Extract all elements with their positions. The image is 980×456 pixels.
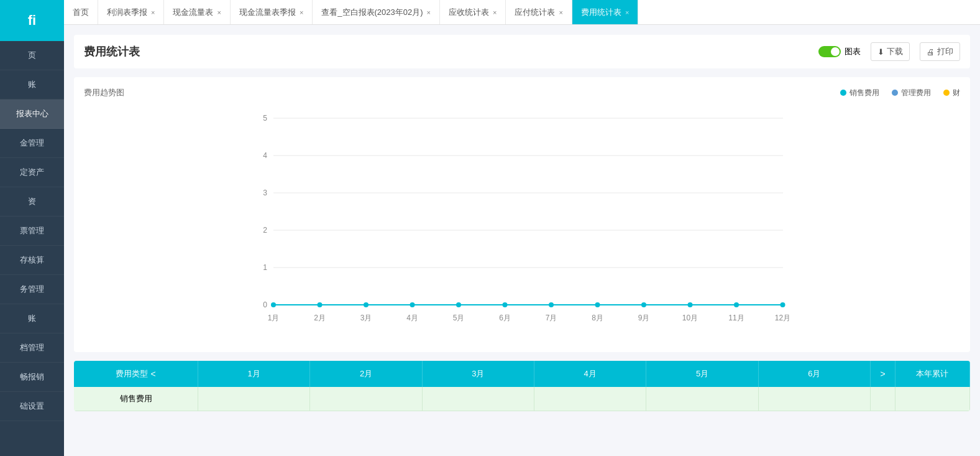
table-row: 销售费用: [74, 387, 970, 411]
tab-blank-report[interactable]: 查看_空白报表(2023年02月) ×: [313, 0, 440, 25]
sidebar-item-report-center[interactable]: 报表中心: [0, 100, 64, 129]
svg-text:1月: 1月: [268, 314, 280, 322]
col-header-m1: 1月: [198, 361, 310, 387]
sidebar-item-fixed-asset[interactable]: 定资产: [0, 158, 64, 187]
chart-card: 费用趋势图 销售费用 管理费用 财: [74, 77, 970, 352]
sidebar-item-account[interactable]: 账: [0, 70, 64, 100]
col-header-m3: 3月: [423, 361, 534, 387]
svg-text:12月: 12月: [775, 314, 790, 322]
tab-cash-flow-quarter[interactable]: 现金流量表季报 ×: [231, 0, 313, 25]
svg-point-28: [456, 302, 461, 307]
sidebar-item-expense[interactable]: 畅报销: [0, 363, 64, 392]
tab-home[interactable]: 首页: [64, 0, 98, 25]
col-header-m2: 2月: [310, 361, 422, 387]
svg-point-34: [734, 302, 739, 307]
toggle-label: 图表: [845, 46, 861, 57]
chart-svg-container: 5 4 3 2 1 0 1月 2月 3月 4月 5月 6月 7月 8月 9: [84, 106, 960, 342]
sidebar: fi 页 账 报表中心 金管理 定资产 资 票管理 存核算 务管理 账 档管理 …: [0, 0, 64, 456]
tab-close-cash-flow-quarter[interactable]: ×: [300, 9, 303, 16]
svg-text:7月: 7月: [546, 314, 557, 322]
col-header-type: 费用类型 <: [74, 361, 198, 387]
svg-point-26: [364, 302, 369, 307]
tab-bar: 首页 利润表季报 × 现金流量表 × 现金流量表季报 × 查看_空白报表(202…: [64, 0, 980, 25]
toggle-track[interactable]: [818, 46, 841, 57]
tab-cash-flow[interactable]: 现金流量表 ×: [164, 0, 230, 25]
svg-point-25: [318, 302, 323, 307]
svg-text:4: 4: [263, 151, 267, 160]
svg-point-32: [641, 302, 646, 307]
svg-text:6月: 6月: [499, 314, 511, 322]
page-header: 费用统计表 图表 ⬇ 下载 🖨 打印: [74, 35, 970, 68]
table-section: 费用类型 < 1月 2月 3月 4月 5月: [74, 361, 970, 411]
svg-text:2月: 2月: [314, 314, 326, 322]
svg-text:3月: 3月: [360, 314, 372, 322]
tab-receivable[interactable]: 应收统计表 ×: [440, 0, 506, 25]
tab-close-receivable[interactable]: ×: [493, 9, 497, 16]
col-header-m6: 6月: [759, 361, 871, 387]
cell-type: 销售费用: [74, 387, 198, 411]
svg-text:0: 0: [263, 300, 267, 309]
cell-m4: [534, 387, 646, 411]
svg-text:11月: 11月: [728, 314, 744, 322]
main-area: 首页 利润表季报 × 现金流量表 × 现金流量表季报 × 查看_空白报表(202…: [64, 0, 980, 456]
col-header-nav[interactable]: >: [871, 361, 895, 387]
tab-close-payable-stat[interactable]: ×: [559, 9, 562, 16]
sidebar-item-archive[interactable]: 档管理: [0, 333, 64, 363]
tab-profit-quarter[interactable]: 利润表季报 ×: [98, 0, 164, 25]
svg-point-29: [503, 302, 508, 307]
svg-text:9月: 9月: [638, 314, 650, 322]
cell-m5: [646, 387, 758, 411]
cell-m6: [759, 387, 871, 411]
cell-nav: [871, 387, 895, 411]
sidebar-item-payable[interactable]: 账: [0, 304, 64, 333]
tab-close-expense-stat[interactable]: ×: [625, 9, 629, 16]
legend-dot-sales: [840, 90, 846, 96]
svg-point-24: [271, 302, 276, 307]
chart-header: 费用趋势图 销售费用 管理费用 财: [84, 87, 960, 98]
cell-m1: [198, 387, 310, 411]
svg-text:2: 2: [263, 226, 267, 235]
legend-finance: 财: [943, 88, 960, 98]
tab-close-profit-quarter[interactable]: ×: [151, 9, 155, 16]
sidebar-item-service[interactable]: 务管理: [0, 275, 64, 304]
tab-close-cash-flow[interactable]: ×: [217, 9, 221, 16]
chart-legend: 销售费用 管理费用 财: [840, 88, 960, 98]
sidebar-item-home[interactable]: 页: [0, 41, 64, 70]
svg-text:3: 3: [263, 188, 267, 197]
sidebar-item-settings[interactable]: 础设置: [0, 392, 64, 421]
sidebar-item-ticket[interactable]: 票管理: [0, 216, 64, 246]
chart-toggle[interactable]: 图表: [818, 46, 861, 57]
content-area: 费用统计表 图表 ⬇ 下载 🖨 打印: [64, 25, 980, 456]
nav-prev-arrow[interactable]: <: [150, 369, 155, 379]
trend-chart: 5 4 3 2 1 0 1月 2月 3月 4月 5月 6月 7月 8月 9: [84, 106, 960, 330]
col-header-m4: 4月: [534, 361, 646, 387]
svg-point-33: [688, 302, 693, 307]
svg-text:4月: 4月: [406, 314, 418, 322]
legend-sales: 销售费用: [840, 88, 879, 98]
download-icon: ⬇: [877, 47, 884, 57]
svg-text:10月: 10月: [682, 314, 698, 322]
cell-m3: [423, 387, 534, 411]
nav-next-arrow[interactable]: >: [880, 369, 885, 379]
tab-close-blank-report[interactable]: ×: [427, 9, 431, 16]
tab-payable-stat[interactable]: 应付统计表 ×: [506, 0, 572, 25]
sidebar-item-fund[interactable]: 金管理: [0, 129, 64, 158]
page-title: 费用统计表: [84, 44, 140, 59]
print-button[interactable]: 🖨 打印: [920, 42, 960, 61]
svg-point-27: [410, 302, 415, 307]
tab-expense-stat[interactable]: 费用统计表 ×: [572, 0, 638, 25]
svg-point-35: [781, 302, 785, 307]
header-actions: 图表 ⬇ 下载 🖨 打印: [818, 42, 960, 61]
svg-text:5: 5: [263, 114, 267, 123]
cell-ytd: [895, 387, 970, 411]
legend-dot-finance: [943, 90, 950, 96]
table-header-row: 费用类型 < 1月 2月 3月 4月 5月: [74, 361, 970, 387]
sidebar-item-stock[interactable]: 存核算: [0, 246, 64, 275]
legend-admin: 管理费用: [892, 88, 931, 98]
col-header-ytd: 本年累计: [895, 361, 970, 387]
col-header-m5: 5月: [646, 361, 758, 387]
download-button[interactable]: ⬇ 下载: [871, 42, 910, 61]
svg-text:1: 1: [263, 263, 267, 272]
svg-text:5月: 5月: [453, 314, 465, 322]
sidebar-item-resource[interactable]: 资: [0, 187, 64, 216]
